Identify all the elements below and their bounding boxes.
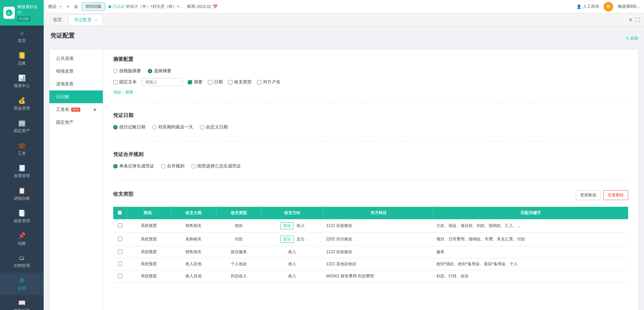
merge-rules-title: 凭证合并规则 [113,151,628,158]
radio-single-record[interactable]: 单条记录生成凭证 [113,163,154,169]
close-window-btn[interactable]: ✕ [629,17,633,23]
left-nav-sales-invoice[interactable]: 销项发票 [49,65,103,78]
row-checkbox[interactable] [118,237,122,241]
radio-journal-date[interactable]: 按日记账日期 [113,124,145,130]
radio-select-summary[interactable]: 选择摘要 [148,68,171,74]
row-checkbox[interactable] [118,274,122,278]
tabbar: 首页 凭证配置 × ✕ ⛶ [44,13,644,26]
tab-voucher-config[interactable]: 凭证配置 × [69,14,103,25]
left-nav-fixed-assets[interactable]: 固定资产 [49,116,103,129]
checkbox-date[interactable]: 日期 [208,79,223,85]
topbar: 测试 ▾ ＋ ⚙ 切到旧版 已认证 好会计（专）+好生意（标）+... 账期 2… [44,0,644,13]
refresh-btn[interactable]: ↻ 刷新 [626,36,639,41]
summary-radio-group: 按模版摘要 选择摘要 [113,68,628,74]
new-badge: NEW [71,108,80,112]
purchase-sales-icon: 📋 [18,187,26,194]
topbar-chevron-icon: ▾ [60,4,62,9]
checkbox-income-type[interactable]: 收支类型 [228,79,252,85]
sidebar-item-settings[interactable]: ⚙ 设置 [0,273,44,295]
sidebar-item-funds[interactable]: 💰 资金管理 [0,93,44,115]
switch-version-btn[interactable]: 切到旧版 [82,2,105,11]
radio-template-summary[interactable]: 按模版摘要 [113,68,141,74]
voucher-date-section: 凭证日期 按日记账日期 对应期间最后一天 自定义日期 [113,112,628,141]
home-icon: ⌂ [20,30,24,37]
sidebar-item-home[interactable]: ⌂ 首页 [0,26,44,48]
tabbar-actions: ✕ ⛶ [629,17,640,23]
service-icon: 👤 [576,4,582,9]
table-row: 系统预置 销售相关 提供服务 收入 1122 应收账款 服务 [113,246,628,258]
row-checkbox[interactable] [118,262,122,266]
page-title: 凭证配置 [49,32,75,40]
update-data-btn[interactable]: 更新数据 [576,190,601,200]
table-header-keywords: 匹配关键字 [434,207,628,219]
content-layout: 公共选项 销项发票 进项发票 日记账 工资表 NEW ▾ 固定资产 [49,49,639,310]
left-nav-public[interactable]: 公共选项 [49,52,103,65]
right-content: 摘要配置 按模版摘要 选择摘要 固定文本 [103,49,638,310]
table-row: 系统预置 销售相关 收款 置顶 收入 1122 应收账款 欠款、现金、项目款、到… [113,219,628,233]
sidebar-item-assets[interactable]: 🏢 固定资产 [0,115,44,138]
radio-merge-rule[interactable]: 合并规则 [161,163,184,169]
checkbox-summary[interactable]: 摘要 [188,79,203,85]
sidebar-item-settlement[interactable]: 📌 结账 [0,228,44,250]
refresh-icon: ↻ [626,36,629,41]
sidebar-item-reports[interactable]: 📊 报表中心 [0,70,44,93]
period-value: 2023-02 [197,4,211,9]
customer-service-btn[interactable]: 👤 人工咨询 [576,4,599,9]
pin-top-btn[interactable]: 置顶 [280,236,294,243]
topbar-extra-tags: 好会计（专）+好生意（标）+... [126,4,182,9]
table-header-type: 收支类型 [216,207,261,219]
sort-icon: ↕ [153,211,155,215]
archive-icon: 🗂 [19,255,25,262]
logo-icon: 会 [3,7,15,19]
select-all-checkbox[interactable] [118,210,122,215]
funds-icon: 💰 [18,97,26,104]
sidebar-item-guide[interactable]: 📖 新手引导 [0,295,44,310]
income-expense-table: 类别 ↕ 收支大类 收支类型 收支方向 对方科目 匹配关键字 [113,207,628,282]
expand-window-btn[interactable]: ⛶ [635,17,640,23]
radio-custom-date[interactable]: 自定义日期 [200,124,228,130]
sidebar-item-tax[interactable]: 📑 税务管理 [0,205,44,228]
reports-icon: 📊 [18,74,26,82]
checkbox-fixed-text[interactable]: 固定文本 [113,79,137,85]
summary-config-title: 摘要配置 [113,56,628,63]
sidebar-item-salary[interactable]: 💼 工资 [0,138,44,160]
salary-icon: 💼 [18,142,26,149]
settings-gear-icon[interactable]: ⚙ [74,4,78,9]
assets-icon: 🏢 [18,119,26,127]
payroll-chevron-icon: ▾ [94,107,96,112]
pin-top-btn[interactable]: 置顶 [280,222,294,229]
sidebar: 会 畅捷通好会计 专业版 ⌂ 首页 📒 总账 📊 报表中心 💰 资金管理 🏢 固… [0,0,44,310]
sidebar-item-archive[interactable]: 🗂 归档管理 [0,250,44,273]
batch-delete-btn[interactable]: 批量删除 [603,190,628,200]
row-checkbox[interactable] [118,249,122,254]
left-nav-journal[interactable]: 日记账 [49,90,103,103]
logo-text: 畅捷通好会计 专业版 [17,4,40,22]
user-avatar[interactable]: 畅 [604,2,613,11]
merge-rules-section: 凭证合并规则 单条记录生成凭证 合并规则 按照选择汇总生成凭证 [113,151,628,180]
status-dot [109,5,111,8]
sidebar-item-ledger[interactable]: 📒 总账 [0,48,44,70]
radio-summary-generate[interactable]: 按照选择汇总生成凭证 [191,163,241,169]
table-actions: 更新数据 批量删除 [576,190,628,200]
fixed-text-input[interactable] [142,78,182,86]
left-nav-payroll[interactable]: 工资表 NEW ▾ [49,103,103,116]
settlement-icon: 📌 [18,232,26,239]
table-header-direction: 收支方向 [261,207,324,219]
add-icon[interactable]: ＋ [65,3,71,10]
voucher-date-title: 凭证日期 [113,112,628,119]
left-nav-purchase-invoice[interactable]: 进项发票 [49,78,103,90]
row-checkbox[interactable] [118,223,122,228]
checkbox-counterpart-name[interactable]: 对方户名 [257,79,281,85]
ledger-icon: 📒 [18,52,26,59]
voucher-date-radio-group: 按日记账日期 对应期间最后一天 自定义日期 [113,124,628,130]
tab-home[interactable]: 首页 [48,15,67,25]
table-header-checkbox [113,207,127,219]
tab-close-icon[interactable]: × [95,18,97,22]
sidebar-item-purchase-sales[interactable]: 📋 进销台账 [0,183,44,205]
sidebar-item-invoice[interactable]: 🧾 发票管理 [0,160,44,183]
radio-period-last[interactable]: 对应期间最后一天 [152,124,193,130]
calendar-icon[interactable]: 📅 [213,4,218,9]
merge-rules-radio-group: 单条记录生成凭证 合并规则 按照选择汇总生成凭证 [113,163,628,169]
income-expense-section: 收支类型 更新数据 批量删除 [113,190,628,289]
summary-config-section: 摘要配置 按模版摘要 选择摘要 固定文本 [113,56,628,102]
